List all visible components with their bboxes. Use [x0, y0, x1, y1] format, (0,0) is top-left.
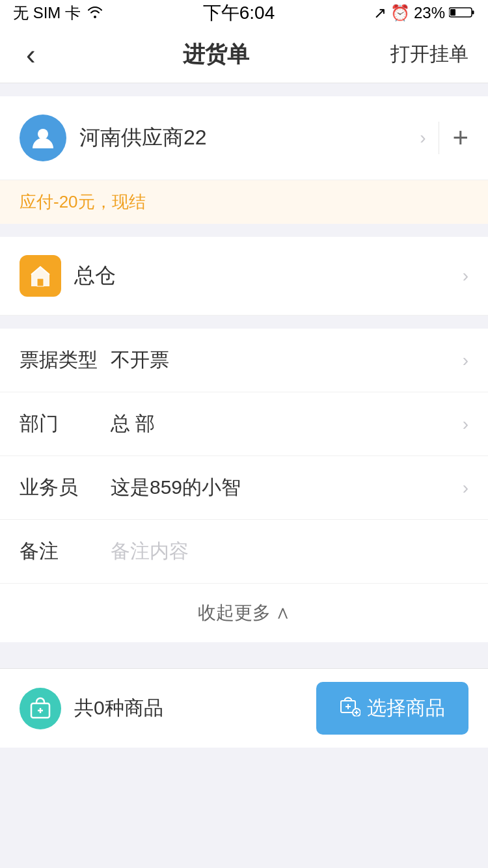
bottom-bar: 共0种商品 选择商品 — [0, 668, 488, 748]
collapse-label: 收起更多 ∧ — [198, 601, 291, 625]
warehouse-icon-wrap — [20, 255, 61, 297]
location-icon: ↗ — [373, 4, 386, 22]
select-product-button[interactable]: 选择商品 — [316, 682, 468, 735]
warehouse-chevron-icon: › — [463, 265, 468, 286]
notice-bar: 应付-20元，现结 — [0, 180, 488, 224]
remark-input[interactable]: 备注内容 — [111, 538, 468, 565]
select-btn-icon — [340, 696, 360, 722]
section-gap-4 — [0, 642, 488, 655]
salesperson-key: 业务员 — [20, 474, 111, 501]
invoice-type-chevron-icon: › — [463, 350, 468, 371]
back-button[interactable]: ‹ — [20, 34, 42, 75]
form-card: 票据类型 不开票 › 部门 总 部 › 业务员 这是859的小智 › 备注 备注… — [0, 329, 488, 642]
nav-bar: ‹ 进货单 打开挂单 — [0, 26, 488, 83]
department-value: 总 部 — [111, 411, 463, 437]
section-gap-3 — [0, 316, 488, 329]
svg-point-3 — [38, 129, 48, 139]
supplier-chevron-icon: › — [420, 128, 426, 148]
supplier-row[interactable]: 河南供应商22 › + — [0, 96, 488, 180]
department-row[interactable]: 部门 总 部 › — [0, 392, 488, 456]
collapse-row[interactable]: 收起更多 ∧ — [0, 584, 488, 642]
invoice-type-value: 不开票 — [111, 347, 463, 373]
invoice-type-key: 票据类型 — [20, 347, 111, 373]
invoice-type-row[interactable]: 票据类型 不开票 › — [0, 329, 488, 392]
svg-rect-4 — [37, 278, 44, 286]
warehouse-row[interactable]: 总仓 › — [0, 237, 488, 316]
svg-rect-1 — [472, 10, 474, 14]
supplier-divider — [439, 122, 439, 154]
supplier-avatar — [20, 115, 66, 161]
open-pending-button[interactable]: 打开挂单 — [390, 41, 468, 68]
section-gap-2 — [0, 224, 488, 237]
wifi-icon — [86, 4, 104, 22]
carrier-text: 无 SIM 卡 — [13, 3, 81, 23]
salesperson-chevron-icon: › — [463, 478, 468, 498]
product-count-label: 共0种商品 — [74, 695, 316, 722]
content-area — [0, 748, 488, 868]
add-supplier-button[interactable]: + — [452, 122, 468, 154]
department-chevron-icon: › — [463, 414, 468, 435]
salesperson-value: 这是859的小智 — [111, 474, 463, 501]
svg-rect-2 — [450, 9, 455, 16]
status-bar: 无 SIM 卡 下午6:04 ↗ ⏰ 23% — [0, 0, 488, 26]
battery-text: 23% — [414, 4, 445, 22]
remark-key: 备注 — [20, 538, 111, 565]
supplier-card: 河南供应商22 › + 应付-20元，现结 — [0, 96, 488, 224]
select-btn-label: 选择商品 — [367, 695, 445, 722]
supplier-name: 河南供应商22 — [79, 124, 420, 152]
nav-title: 进货单 — [183, 40, 249, 70]
department-key: 部门 — [20, 411, 111, 437]
status-left: 无 SIM 卡 — [13, 3, 104, 23]
status-right: ↗ ⏰ 23% — [373, 4, 475, 22]
battery-icon — [449, 4, 475, 22]
warehouse-label: 总仓 — [74, 262, 463, 290]
remark-row[interactable]: 备注 备注内容 — [0, 520, 488, 584]
section-gap-1 — [0, 83, 488, 96]
status-time: 下午6:04 — [203, 1, 275, 25]
alarm-icon: ⏰ — [390, 4, 410, 22]
salesperson-row[interactable]: 业务员 这是859的小智 › — [0, 456, 488, 520]
product-icon-wrap — [20, 688, 61, 729]
